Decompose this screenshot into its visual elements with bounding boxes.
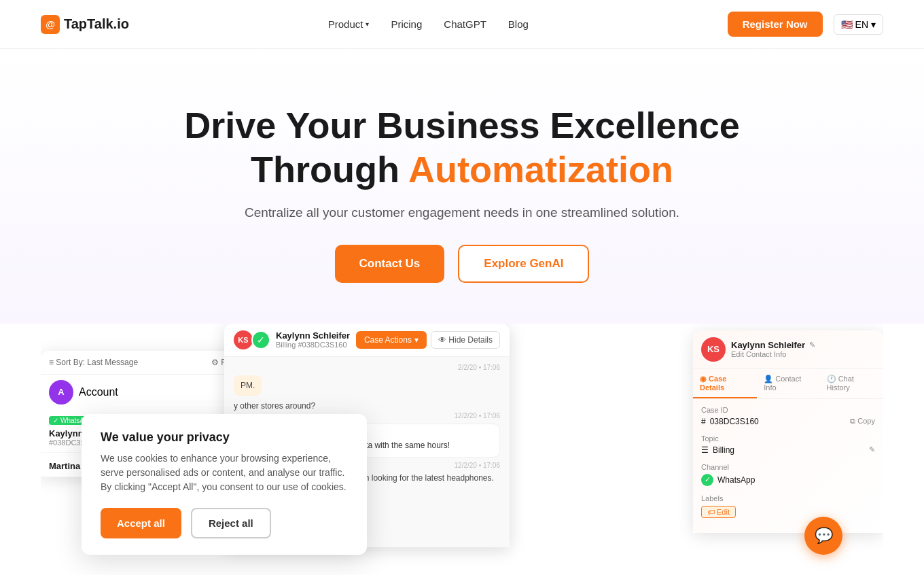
tab-chat-history[interactable]: 🕐 Chat History xyxy=(820,369,883,398)
mid-actions: Case Actions ▾ 👁 Hide Details xyxy=(356,331,500,349)
hide-details-button[interactable]: 👁 Hide Details xyxy=(431,331,500,349)
nav-blog[interactable]: Blog xyxy=(508,18,529,30)
chevron-down-icon: ▾ xyxy=(366,20,369,28)
topic-value: ☰ Billing ✎ xyxy=(701,445,875,455)
right-header: KS Kaylynn Schleifer ✎ Edit Contact Info xyxy=(693,330,883,369)
chevron-down-icon: ▾ xyxy=(871,19,876,30)
message-pm: PM. xyxy=(234,375,262,396)
contact-us-button[interactable]: Contact Us xyxy=(335,245,445,283)
msg-question: y other stores around? xyxy=(234,401,500,411)
navbar: @ TapTalk.io Product ▾ Pricing ChatGPT B… xyxy=(0,0,924,49)
copy-icon: ⧉ xyxy=(850,417,855,425)
mid-user: KS ✓ Kaylynn Schleifer Billing #038DC3S1… xyxy=(234,330,350,349)
topic-row: Topic ☰ Billing ✎ xyxy=(701,434,875,455)
edit-icon: ✎ xyxy=(809,341,815,349)
reject-all-button[interactable]: Reject all xyxy=(191,508,271,538)
chat-bubble-icon: 💬 xyxy=(815,527,833,545)
mid-header: KS ✓ Kaylynn Schleifer Billing #038DC3S1… xyxy=(224,324,510,357)
lang-code: EN xyxy=(855,19,868,30)
nav-links: Product ▾ Pricing ChatGPT Blog xyxy=(328,18,529,30)
nav-right: Register Now 🇺🇸 EN ▾ xyxy=(728,12,883,37)
flag-icon: 🇺🇸 xyxy=(841,19,853,30)
mid-billing: Billing #038DC3S160 xyxy=(276,341,350,349)
eye-icon: 👁 xyxy=(438,335,446,345)
cookie-banner: We value your privacy We use cookies to … xyxy=(82,414,367,555)
account-label: Account xyxy=(79,386,118,398)
screenshot-area: ≡ Sort By: Last Message ⚙ Filters A Acco… xyxy=(41,324,883,575)
nav-pricing[interactable]: Pricing xyxy=(391,18,422,30)
avatar-red: KS xyxy=(234,330,253,349)
hash-icon: # xyxy=(701,417,706,426)
edit-contact-label: Edit Contact Info xyxy=(731,350,815,358)
hero-subtext: Centralize all your customer engagement … xyxy=(231,205,693,220)
language-selector[interactable]: 🇺🇸 EN ▾ xyxy=(834,14,883,35)
label-edit-tag[interactable]: 🏷 Edit xyxy=(701,506,736,518)
case-id-value: # 038DC3S160 ⧉ Copy xyxy=(701,417,875,426)
sort-bar: ≡ Sort By: Last Message ⚙ Filters xyxy=(41,351,251,375)
avatar: A xyxy=(49,380,73,405)
hero-section: Drive Your Business Excellence Through A… xyxy=(0,49,924,324)
case-id-label: Case ID xyxy=(701,406,875,414)
tab-contact-info[interactable]: 👤 Contact Info xyxy=(757,369,819,398)
nav-product[interactable]: Product ▾ xyxy=(328,18,370,30)
mid-name: Kaylynn Schleifer xyxy=(276,330,350,341)
case-id-row: Case ID # 038DC3S160 ⧉ Copy xyxy=(701,406,875,426)
topic-label: Topic xyxy=(701,434,875,443)
tab-case-details[interactable]: ◉ Case Details xyxy=(693,369,757,398)
list-icon: ☰ xyxy=(701,445,709,455)
hero-buttons: Contact Us Explore GenAI xyxy=(14,245,910,283)
explore-genai-button[interactable]: Explore GenAI xyxy=(458,245,589,283)
logo[interactable]: @ TapTalk.io xyxy=(41,15,129,34)
account-item[interactable]: A Account 🔊 xyxy=(41,375,251,410)
labels-label: Labels xyxy=(701,494,723,502)
cookie-text: We use cookies to enhance your browsing … xyxy=(101,451,348,494)
logo-text: TapTalk.io xyxy=(64,16,129,32)
hero-headline: Drive Your Business Excellence Through A… xyxy=(14,103,910,192)
channel-value: ✓ WhatsApp xyxy=(701,474,875,486)
topic-edit-button[interactable]: ✎ xyxy=(869,445,875,454)
accept-all-button[interactable]: Accept all xyxy=(101,508,181,538)
chevron-down-icon: ▾ xyxy=(414,335,419,345)
chat-widget-button[interactable]: 💬 xyxy=(804,517,842,555)
whatsapp-icon: ✓ xyxy=(53,417,58,424)
right-panel: KS Kaylynn Schleifer ✎ Edit Contact Info… xyxy=(693,330,883,533)
case-details-section: Case ID # 038DC3S160 ⧉ Copy Topic ☰ Bill… xyxy=(693,399,883,533)
case-details-icon: ◉ xyxy=(700,375,707,383)
nav-chatgpt[interactable]: ChatGPT xyxy=(444,18,486,30)
history-icon: 🕐 xyxy=(827,375,836,383)
cookie-buttons: Accept all Reject all xyxy=(101,508,348,538)
logo-icon: @ xyxy=(41,15,60,34)
case-actions-button[interactable]: Case Actions ▾ xyxy=(356,331,427,349)
channel-label: Channel xyxy=(701,463,875,471)
whatsapp-avatar: ✓ xyxy=(251,330,270,349)
msg-timestamp-1: 2/2/20 • 17:06 xyxy=(234,364,500,371)
tag-icon: 🏷 xyxy=(707,508,715,516)
copy-button[interactable]: ⧉ Copy xyxy=(850,417,875,426)
whatsapp-icon: ✓ xyxy=(701,474,713,486)
register-button[interactable]: Register Now xyxy=(728,12,823,37)
cookie-title: We value your privacy xyxy=(101,430,348,445)
right-username: Kaylynn Schleifer xyxy=(731,340,805,350)
channel-row: Channel ✓ WhatsApp xyxy=(701,463,875,486)
avatar-ks: KS xyxy=(701,337,726,362)
contact-icon: 👤 xyxy=(764,375,773,383)
right-tabs: ◉ Case Details 👤 Contact Info 🕐 Chat His… xyxy=(693,369,883,399)
sort-icon: ≡ Sort By: Last Message xyxy=(49,358,138,367)
labels-row: Labels 🏷 Edit xyxy=(701,494,875,518)
